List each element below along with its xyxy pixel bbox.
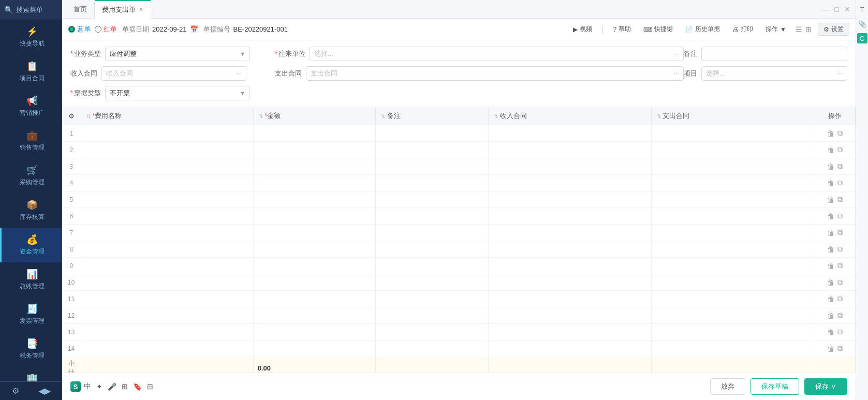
zhong-icon[interactable]: 中 (84, 382, 91, 391)
row-remark[interactable] (376, 307, 489, 324)
plus-icon[interactable]: ✦ (96, 382, 102, 391)
sidebar-item-inventory[interactable]: 📦 库存核算 (0, 193, 62, 228)
sort-icon[interactable]: ⇅ (86, 113, 91, 119)
row-expense-contract[interactable] (651, 175, 814, 191)
copy-icon[interactable]: ⧉ (837, 212, 843, 220)
row-income-contract[interactable] (489, 258, 651, 274)
delete-icon[interactable]: 🗑 (827, 179, 834, 187)
row-remark[interactable] (376, 225, 489, 241)
operations-button[interactable]: 操作 ▼ (762, 23, 789, 35)
mic-icon[interactable]: 🎤 (108, 382, 116, 391)
row-expense-contract[interactable] (651, 241, 814, 258)
delete-icon[interactable]: 🗑 (827, 146, 834, 154)
copy-icon[interactable]: ⧉ (837, 311, 843, 320)
radio-blue-input[interactable] (68, 26, 75, 33)
calendar-icon[interactable]: 📅 (190, 25, 198, 33)
grid-icon[interactable]: ⊟ (147, 382, 153, 391)
delete-icon[interactable]: 🗑 (827, 345, 834, 353)
shortcut-button[interactable]: ⌨ 快捷键 (640, 23, 676, 35)
row-remark[interactable] (376, 324, 489, 340)
row-expense-name[interactable] (81, 158, 253, 175)
radio-red-label[interactable]: 红单 (95, 25, 117, 34)
row-income-contract[interactable] (489, 125, 651, 142)
bookmark-icon[interactable]: 🔖 (133, 382, 142, 391)
row-remark[interactable] (376, 158, 489, 175)
expense-contract-dots[interactable]: ··· (674, 70, 679, 77)
sidebar-item-general-ledger[interactable]: 📊 总账管理 (0, 262, 62, 297)
delete-icon[interactable]: 🗑 (827, 212, 834, 220)
row-expense-name[interactable] (81, 191, 253, 208)
row-income-contract[interactable] (489, 241, 651, 258)
copy-icon[interactable]: ⧉ (837, 228, 843, 237)
sort-icon-expense[interactable]: ⇅ (657, 113, 661, 119)
settings-button[interactable]: ⚙ 设置 (818, 23, 849, 36)
radio-red-input[interactable] (95, 26, 101, 33)
row-income-contract[interactable] (489, 142, 651, 158)
sort-icon-remark[interactable]: ⇅ (381, 113, 385, 119)
video-button[interactable]: ▶ 视频 (570, 23, 595, 35)
row-expense-contract[interactable] (651, 274, 814, 291)
row-amount[interactable] (253, 125, 376, 142)
row-remark[interactable] (376, 274, 489, 291)
row-expense-contract[interactable] (651, 324, 814, 340)
row-amount[interactable] (253, 340, 376, 357)
sidebar-item-fixed-assets[interactable]: 🏢 固定资产 (0, 366, 62, 381)
row-expense-contract[interactable] (651, 291, 814, 307)
row-amount[interactable] (253, 241, 376, 258)
delete-icon[interactable]: 🗑 (827, 262, 834, 270)
layout-icon-grid[interactable]: ⊞ (805, 25, 812, 34)
delete-icon[interactable]: 🗑 (827, 278, 834, 287)
row-amount[interactable] (253, 208, 376, 225)
copy-icon[interactable]: ⧉ (837, 328, 843, 336)
window-minimize-button[interactable]: — (822, 5, 830, 13)
window-close-button[interactable]: ✕ (844, 5, 850, 13)
copy-icon[interactable]: ⧉ (837, 245, 843, 254)
row-expense-contract[interactable] (651, 142, 814, 158)
right-panel-green-icon[interactable]: C (857, 33, 867, 43)
row-expense-name[interactable] (81, 291, 253, 307)
row-expense-name[interactable] (81, 324, 253, 340)
discard-button[interactable]: 放弃 (710, 378, 745, 395)
row-expense-contract[interactable] (651, 158, 814, 175)
delete-icon[interactable]: 🗑 (827, 328, 834, 336)
copy-icon[interactable]: ⧉ (837, 278, 843, 287)
row-income-contract[interactable] (489, 307, 651, 324)
right-panel-clip-icon[interactable]: 📎 (857, 19, 867, 29)
row-expense-name[interactable] (81, 274, 253, 291)
row-amount[interactable] (253, 191, 376, 208)
row-expense-name[interactable] (81, 175, 253, 191)
sidebar-item-project-contract[interactable]: 📋 项目合同 (0, 54, 62, 89)
delete-icon[interactable]: 🗑 (827, 229, 834, 237)
row-amount[interactable] (253, 258, 376, 274)
income-contract-dots[interactable]: ··· (237, 70, 242, 77)
row-amount[interactable] (253, 142, 376, 158)
table-icon[interactable]: ⊞ (122, 382, 128, 391)
row-expense-contract[interactable] (651, 208, 814, 225)
volume-footer-icon[interactable]: ◀▶ (38, 386, 51, 396)
row-remark[interactable] (376, 191, 489, 208)
income-contract-input[interactable]: 收入合同 ··· (101, 66, 246, 81)
copy-icon[interactable]: ⧉ (837, 162, 843, 171)
row-remark[interactable] (376, 241, 489, 258)
row-remark[interactable] (376, 125, 489, 142)
copy-icon[interactable]: ⧉ (837, 129, 843, 138)
row-income-contract[interactable] (489, 340, 651, 357)
row-expense-name[interactable] (81, 142, 253, 158)
copy-icon[interactable]: ⧉ (837, 179, 843, 187)
row-remark[interactable] (376, 142, 489, 158)
row-income-contract[interactable] (489, 324, 651, 340)
expense-contract-input[interactable]: 支出合同 ··· (306, 66, 684, 81)
row-income-contract[interactable] (489, 291, 651, 307)
row-amount[interactable] (253, 225, 376, 241)
remark-input[interactable] (701, 47, 847, 61)
project-dots[interactable]: ··· (837, 70, 843, 77)
help-button[interactable]: ? 帮助 (610, 23, 634, 35)
row-expense-contract[interactable] (651, 191, 814, 208)
sidebar-item-tax-mgmt[interactable]: 📑 税务管理 (0, 332, 62, 366)
radio-blue-label[interactable]: 蓝单 (68, 25, 91, 34)
right-panel-text-icon[interactable]: T (857, 4, 867, 14)
row-income-contract[interactable] (489, 274, 651, 291)
save-draft-button[interactable]: 保存草稿 (751, 378, 799, 395)
sidebar-item-purchase-mgmt[interactable]: 🛒 采购管理 (0, 158, 62, 193)
sidebar-item-invoice-mgmt[interactable]: 🧾 发票管理 (0, 297, 62, 332)
